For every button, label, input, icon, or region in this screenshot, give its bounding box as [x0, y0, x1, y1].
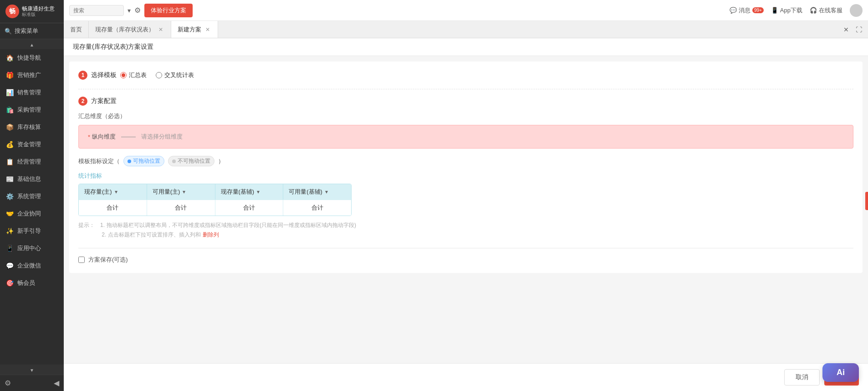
stats-td-1: 合计 — [79, 200, 147, 216]
headset-icon: 🎧 — [810, 7, 817, 14]
stats-th-2-label: 可用量(主) — [153, 188, 180, 196]
speaker-icon[interactable]: ◀ — [54, 379, 59, 387]
stats-td-2: 合计 — [147, 200, 215, 216]
tag-fixed: 不可拖动位置 — [168, 156, 214, 166]
sidebar-item-wechat[interactable]: 💬 企业微信 — [0, 257, 64, 274]
tips-index-2-label: 2. — [78, 231, 106, 239]
message-icon: 💬 — [730, 7, 737, 14]
sidebar-item-quick-nav[interactable]: 🏠 快捷导航 — [0, 49, 64, 67]
tag-draggable-label: 可拖动位置 — [133, 157, 160, 165]
sidebar-item-member[interactable]: 🎯 畅会员 — [0, 274, 64, 292]
user-avatar[interactable] — [850, 4, 863, 17]
mobile-download-icon: 📱 — [771, 7, 778, 14]
dropdown-chevron-icon[interactable]: ▾ — [128, 7, 131, 14]
cancel-button[interactable]: 取消 — [784, 369, 820, 386]
page-header: 现存量(库存状况表)方案设置 — [64, 38, 868, 56]
sidebar-item-marketing[interactable]: 🎁 营销推广 — [0, 67, 64, 84]
sidebar: 畅 畅康通好生意 标准版 🔍 搜索菜单 ▲ 🏠 快捷导航 🎁 营销推广 📊 销售… — [0, 0, 64, 391]
chevron-down-icon-3[interactable]: ▾ — [257, 189, 260, 195]
sidebar-scroll-up[interactable]: ▲ — [0, 39, 64, 49]
sidebar-item-sales[interactable]: 📊 销售管理 — [0, 84, 64, 101]
nav-item-label: 经营管理 — [17, 158, 41, 166]
gear-icon: ⚙️ — [5, 192, 14, 201]
nav-item-label: 采购管理 — [17, 106, 41, 114]
step2-section: 2 方案配置 汇总维度（必选） * 纵向维度 —— 请选择分组维度 模板指标设定… — [78, 97, 853, 239]
dimension-name-label: 纵向维度 — [92, 133, 116, 141]
tab-inventory-label: 现存量（库存状况表） — [95, 26, 154, 34]
messages-badge: 99+ — [752, 7, 764, 13]
scroll-down-icon: ▼ — [30, 368, 34, 373]
save-option-label: 方案保存(可选) — [88, 256, 128, 264]
handshake-icon: 🤝 — [5, 210, 14, 218]
newspaper-icon: 📰 — [5, 175, 14, 183]
main-content: ▾ ⚙ 体验行业方案 💬 消息 99+ 📱 App下载 🎧 在线客服 首页 — [64, 0, 868, 391]
radio-summary-label: 汇总表 — [129, 71, 147, 79]
save-option-section: 方案保存(可选) — [78, 248, 853, 264]
search-icon: 🔍 — [5, 28, 12, 35]
step-divider — [78, 89, 853, 89]
sidebar-scroll-down[interactable]: ▼ — [0, 365, 64, 375]
nav-item-label: 营销推广 — [17, 71, 41, 79]
messages-group[interactable]: 💬 消息 99+ — [730, 6, 764, 15]
action-bar: 取消 查询 — [64, 363, 868, 391]
box-icon: 📦 — [5, 123, 14, 131]
tips-delete-link[interactable]: 删除列 — [203, 231, 219, 239]
nav-item-label: 资金管理 — [17, 140, 41, 149]
sidebar-item-operations[interactable]: 📋 经营管理 — [0, 153, 64, 170]
app-edition: 标准版 — [22, 12, 55, 17]
nav-item-label: 系统管理 — [17, 192, 41, 201]
step2-badge: 2 — [78, 97, 87, 106]
tab-new-scheme-close-icon[interactable]: ✕ — [204, 26, 211, 33]
ai-assistant-button[interactable]: Ai — [822, 363, 859, 382]
topbar: ▾ ⚙ 体验行业方案 💬 消息 99+ 📱 App下载 🎧 在线客服 — [64, 0, 868, 21]
chevron-down-icon-4[interactable]: ▾ — [325, 189, 328, 195]
radio-summary[interactable]: 汇总表 — [120, 71, 147, 79]
gift-icon: 🎁 — [5, 71, 14, 79]
tab-inventory-close-icon[interactable]: ✕ — [157, 26, 164, 33]
sidebar-item-purchase[interactable]: 🛍️ 采购管理 — [0, 101, 64, 118]
tab-home[interactable]: 首页 — [64, 21, 89, 38]
settings-icon[interactable]: ⚙ — [5, 379, 11, 387]
online-service-group[interactable]: 🎧 在线客服 — [810, 6, 842, 15]
topbar-search-input[interactable] — [69, 5, 124, 16]
scroll-up-icon: ▲ — [30, 42, 34, 47]
expand-window-icon[interactable]: ⛶ — [853, 24, 864, 35]
sidebar-item-inventory[interactable]: 📦 库存核算 — [0, 118, 64, 136]
chevron-down-icon-1[interactable]: ▾ — [115, 189, 117, 195]
member-icon: 🎯 — [5, 279, 14, 287]
chevron-down-icon-2[interactable]: ▾ — [183, 189, 185, 195]
sidebar-nav: 🏠 快捷导航 🎁 营销推广 📊 销售管理 🛍️ 采购管理 📦 库存核算 💰 资金… — [0, 49, 64, 365]
nav-item-label: 基础信息 — [17, 175, 41, 183]
sidebar-item-basic-info[interactable]: 📰 基础信息 — [0, 170, 64, 188]
tab-inventory-status[interactable]: 现存量（库存状况表） ✕ — [89, 21, 171, 38]
app-download-group[interactable]: 📱 App下载 — [771, 6, 802, 15]
tabbar: 首页 现存量（库存状况表） ✕ 新建方案 ✕ ✕ ⛶ — [64, 21, 868, 38]
save-checkbox[interactable] — [78, 257, 85, 263]
stats-thead-row: 现存量(主) ▾ 可用量(主) ▾ 现存量(基辅) ▾ — [79, 184, 351, 200]
stats-section-title: 统计指标 — [78, 172, 853, 180]
tab-new-scheme[interactable]: 新建方案 ✕ — [171, 21, 218, 38]
sidebar-item-finance[interactable]: 💰 资金管理 — [0, 136, 64, 153]
stats-th-4: 可用量(基辅) ▾ — [283, 184, 351, 200]
close-window-icon[interactable]: ✕ — [841, 24, 852, 35]
dimension-required-area: * 纵向维度 —— 请选择分组维度 — [78, 125, 853, 149]
indicator-settings: 模板指标设定（ 可拖动位置 不可拖动位置 ） — [78, 156, 853, 166]
star-icon: ✨ — [5, 227, 14, 235]
sidebar-item-app-center[interactable]: 📱 应用中心 — [0, 240, 64, 257]
radio-cross[interactable]: 交叉统计表 — [156, 71, 194, 79]
app-name: 畅康通好生意 — [22, 5, 55, 12]
radio-cross-input[interactable] — [156, 72, 162, 78]
sidebar-search[interactable]: 🔍 搜索菜单 — [0, 23, 64, 39]
trial-button[interactable]: 体验行业方案 — [144, 4, 193, 17]
sidebar-item-newcomer[interactable]: ✨ 新手引导 — [0, 222, 64, 240]
dimension-placeholder-text[interactable]: 请选择分组维度 — [141, 133, 183, 141]
radio-summary-input[interactable] — [120, 72, 127, 78]
topbar-gear-icon[interactable]: ⚙ — [134, 6, 141, 15]
nav-item-label: 库存核算 — [17, 123, 41, 131]
page-content: 现存量(库存状况表)方案设置 1 选择模板 汇总表 交叉统计表 — [64, 38, 868, 363]
stats-th-1: 现存量(主) ▾ — [79, 184, 147, 200]
sidebar-item-system[interactable]: ⚙️ 系统管理 — [0, 188, 64, 205]
sidebar-item-cooperation[interactable]: 🤝 企业协同 — [0, 205, 64, 222]
stats-th-1-label: 现存量(主) — [84, 188, 112, 196]
page-title: 现存量(库存状况表)方案设置 — [73, 43, 153, 50]
